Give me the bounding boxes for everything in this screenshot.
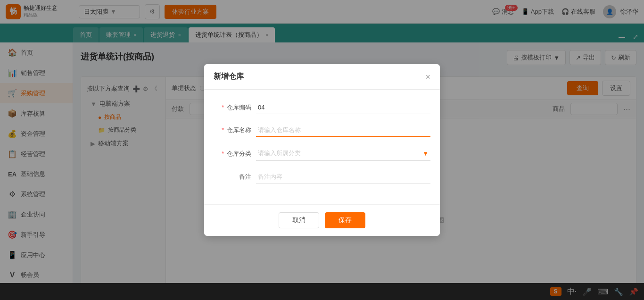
form-row-category: * 仓库分类 请输入所属分类 ▼ (214, 146, 430, 161)
code-required-star: * (222, 104, 224, 111)
category-select[interactable]: 请输入所属分类 ▼ (256, 146, 430, 161)
form-row-code: * 仓库编码 (214, 101, 430, 114)
category-placeholder: 请输入所属分类 (258, 149, 301, 158)
category-label: * 仓库分类 (214, 150, 251, 158)
save-button[interactable]: 保存 (325, 212, 365, 228)
modal-header: 新增仓库 × (204, 64, 440, 90)
modal-title: 新增仓库 (214, 72, 244, 82)
category-dropdown-icon: ▼ (422, 150, 429, 157)
code-label: * 仓库编码 (214, 103, 251, 112)
form-row-name: * 仓库名称 (214, 124, 430, 137)
form-row-note: 备注 (214, 170, 430, 183)
modal-body: * 仓库编码 * 仓库名称 * 仓库分类 请输入所属 (204, 90, 440, 204)
modal-new-warehouse: 新增仓库 × * 仓库编码 * 仓库名称 (204, 64, 440, 236)
name-label: * 仓库名称 (214, 126, 251, 134)
cancel-button[interactable]: 取消 (279, 212, 319, 228)
name-input[interactable] (256, 124, 430, 137)
note-input[interactable] (256, 170, 430, 183)
modal-footer: 取消 保存 (204, 204, 440, 236)
name-required-star: * (222, 126, 224, 133)
code-input[interactable] (256, 101, 430, 114)
note-label: 备注 (214, 173, 251, 181)
modal-close-icon[interactable]: × (425, 73, 430, 81)
category-required-star: * (222, 150, 224, 157)
modal-overlay: 新增仓库 × * 仓库编码 * 仓库名称 (0, 0, 644, 300)
